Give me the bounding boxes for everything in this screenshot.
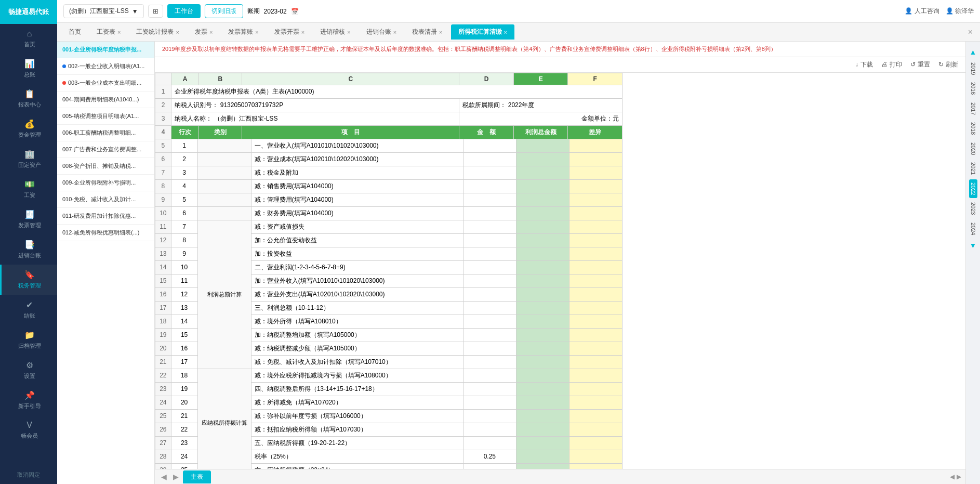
amount-cell[interactable] bbox=[463, 260, 516, 274]
amount-cell[interactable] bbox=[463, 409, 516, 423]
year-2021[interactable]: 2021 bbox=[969, 159, 977, 178]
table-row[interactable]: 2218应纳税所得额计算减：境外应税所得抵减境内亏损（填写A108000） bbox=[155, 369, 623, 382]
list-item-009[interactable]: 009-企业所得税附补亏损明... bbox=[57, 175, 154, 191]
table-row[interactable]: 62减：营业成本(填写A102010\102020\103000) bbox=[155, 152, 623, 166]
amount-cell[interactable] bbox=[463, 436, 516, 450]
tab-invoice[interactable]: 发票× bbox=[188, 24, 220, 40]
list-item-001[interactable]: 001-企业所得税年度纳税申报... bbox=[57, 42, 154, 58]
amount-cell[interactable] bbox=[463, 423, 516, 436]
tab-income-tax[interactable]: 所得税汇算清缴× bbox=[451, 24, 514, 40]
tab-close-icon[interactable]: × bbox=[117, 29, 121, 35]
tab-close-icon[interactable]: × bbox=[504, 29, 507, 35]
diff-cell[interactable] bbox=[569, 382, 622, 396]
amount-cell[interactable] bbox=[463, 369, 516, 382]
refresh-button[interactable]: ↻ 刷新 bbox=[938, 60, 958, 69]
tab-invoice-open[interactable]: 发票开票× bbox=[267, 24, 312, 40]
sidebar-item-home[interactable]: ⌂ 首页 bbox=[0, 24, 57, 54]
diff-cell[interactable] bbox=[569, 206, 622, 220]
profit-cell[interactable] bbox=[516, 463, 569, 469]
diff-cell[interactable] bbox=[569, 450, 622, 463]
list-item-002[interactable]: 002-一般企业收入明细表(A1... bbox=[57, 58, 154, 75]
calendar-icon[interactable]: 📅 bbox=[291, 8, 299, 15]
sidebar-item-ledger[interactable]: 📊 总账 bbox=[0, 54, 57, 84]
amount-cell[interactable] bbox=[463, 233, 516, 247]
amount-cell[interactable] bbox=[463, 193, 516, 206]
year-up-arrow[interactable]: ▲ bbox=[968, 46, 979, 58]
amount-cell[interactable] bbox=[463, 342, 516, 355]
year-2020[interactable]: 2020 bbox=[969, 139, 977, 158]
profit-cell[interactable] bbox=[516, 355, 569, 369]
diff-cell[interactable] bbox=[569, 233, 622, 247]
tab-sales-ledger[interactable]: 进销台账× bbox=[359, 24, 404, 40]
table-row[interactable]: 117利润总额计算减：资产减值损失 bbox=[155, 220, 623, 233]
amount-cell[interactable] bbox=[463, 328, 516, 342]
sidebar-item-report[interactable]: 📋 报表中心 bbox=[0, 84, 57, 114]
year-2023[interactable]: 2023 bbox=[969, 199, 977, 218]
profit-cell[interactable] bbox=[516, 409, 569, 423]
diff-cell[interactable] bbox=[569, 260, 622, 274]
diff-cell[interactable] bbox=[569, 315, 622, 328]
year-down-arrow[interactable]: ▼ bbox=[968, 239, 979, 252]
year-2018[interactable]: 2018 bbox=[969, 119, 977, 138]
tab-close-icon[interactable]: × bbox=[209, 29, 213, 35]
sidebar-item-archive[interactable]: 📁 归档管理 bbox=[0, 325, 57, 355]
sidebar-item-invoice[interactable]: 🧾 发票管理 bbox=[0, 204, 57, 234]
sidebar-item-settings[interactable]: ⚙ 设置 bbox=[0, 355, 57, 385]
diff-cell[interactable] bbox=[569, 287, 622, 301]
sidebar-item-member[interactable]: V 畅会员 bbox=[0, 415, 57, 445]
tab-sales-audit[interactable]: 进销稽核× bbox=[313, 24, 357, 40]
profit-cell[interactable] bbox=[516, 206, 569, 220]
sheet-nav-right[interactable]: ▶ bbox=[171, 473, 181, 481]
diff-cell[interactable] bbox=[569, 463, 622, 469]
table-row[interactable]: 84减：销售费用(填写A104000) bbox=[155, 179, 623, 193]
tab-close-icon[interactable]: × bbox=[176, 29, 179, 35]
diff-cell[interactable] bbox=[569, 152, 622, 166]
diff-cell[interactable] bbox=[569, 342, 622, 355]
table-row[interactable]: 106减：财务费用(填写A104000) bbox=[155, 206, 623, 220]
amount-cell[interactable] bbox=[463, 179, 516, 193]
tab-invoice-calc[interactable]: 发票算账× bbox=[221, 24, 266, 40]
switch-old-button[interactable]: 切到旧版 bbox=[205, 4, 243, 18]
tab-tax-schedule[interactable]: 税表清册× bbox=[405, 24, 449, 40]
amount-cell[interactable] bbox=[463, 463, 516, 469]
reset-button[interactable]: ↺ 重置 bbox=[910, 60, 930, 69]
diff-cell[interactable] bbox=[569, 396, 622, 409]
tab-home[interactable]: 首页 bbox=[61, 24, 88, 40]
diff-cell[interactable] bbox=[569, 247, 622, 260]
tab-close-icon[interactable]: × bbox=[393, 29, 396, 35]
company-selector[interactable]: (勿删）江西服宝-LSS ▼ bbox=[63, 4, 144, 18]
table-row[interactable]: 95减：管理费用(填写A104000) bbox=[155, 193, 623, 206]
list-item-004[interactable]: 004-期间费用明细表(A1040...) bbox=[57, 91, 154, 108]
diff-cell[interactable] bbox=[569, 193, 622, 206]
sidebar-item-guide[interactable]: 📌 新手引导 bbox=[0, 385, 57, 415]
ai-consult[interactable]: 👤 人工咨询 bbox=[905, 7, 939, 16]
diff-cell[interactable] bbox=[569, 139, 622, 152]
list-item-010[interactable]: 010-免税、减计收入及加计... bbox=[57, 191, 154, 208]
user-name[interactable]: 👤 徐泽华 bbox=[946, 7, 974, 16]
sidebar-item-sales[interactable]: 📑 进销台账 bbox=[0, 234, 57, 265]
profit-cell[interactable] bbox=[516, 382, 569, 396]
profit-cell[interactable] bbox=[516, 423, 569, 436]
profit-cell[interactable] bbox=[516, 301, 569, 315]
amount-cell[interactable] bbox=[463, 287, 516, 301]
amount-cell[interactable] bbox=[463, 166, 516, 179]
profit-cell[interactable] bbox=[516, 166, 569, 179]
year-2019[interactable]: 2019 bbox=[969, 59, 977, 78]
sidebar-item-tax[interactable]: 🔖 税务管理 bbox=[0, 265, 57, 295]
table-row[interactable]: 51一、营业收入(填写A101010\101020\103000) bbox=[155, 139, 623, 152]
amount-cell[interactable] bbox=[463, 220, 516, 233]
profit-cell[interactable] bbox=[516, 342, 569, 355]
diff-cell[interactable] bbox=[569, 436, 622, 450]
diff-cell[interactable] bbox=[569, 166, 622, 179]
tab-close-icon[interactable]: × bbox=[347, 29, 350, 35]
diff-cell[interactable] bbox=[569, 409, 622, 423]
list-item-003[interactable]: 003-一般企业成本支出明细... bbox=[57, 75, 154, 91]
workstation-button[interactable]: 工作台 bbox=[167, 4, 201, 18]
unpin-button[interactable]: 取消固定 bbox=[0, 466, 57, 484]
tab-payroll-report[interactable]: 工资统计报表× bbox=[129, 24, 186, 40]
scroll-left-icon[interactable]: ◀ bbox=[950, 473, 955, 480]
profit-cell[interactable] bbox=[516, 450, 569, 463]
tab-close-icon[interactable]: × bbox=[301, 29, 304, 35]
diff-cell[interactable] bbox=[569, 301, 622, 315]
amount-cell[interactable] bbox=[463, 301, 516, 315]
